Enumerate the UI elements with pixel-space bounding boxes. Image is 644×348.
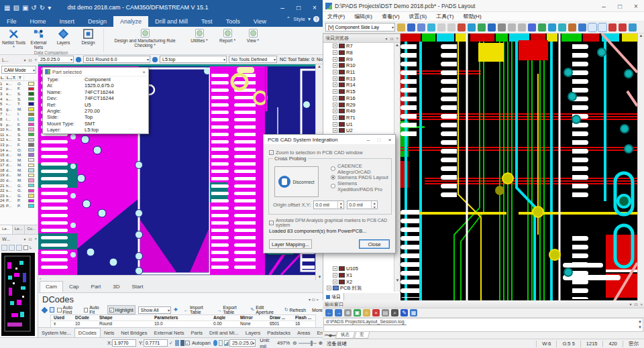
view-tab[interactable]: Part [85,281,107,292]
expand-icon[interactable] [333,266,337,271]
layer-row[interactable]: 7 i... I. [0,112,38,117]
expand-icon[interactable] [333,103,337,107]
world-zoom-icon[interactable] [1,245,7,251]
tree-item-component[interactable]: U2 [323,127,400,134]
dcode-area-icon[interactable] [50,307,55,312]
columns-icon[interactable]: ▦ [410,309,417,316]
layer-row[interactable]: 4 s... S. [0,97,38,102]
show-all-select[interactable]: Show All [138,306,171,314]
nc-tools-combo[interactable]: No Tools Defined [229,56,277,63]
layer-color-swatch[interactable] [28,204,34,208]
layer-color-swatch[interactable] [28,133,34,137]
layer-color-swatch[interactable] [28,158,34,162]
expand-icon[interactable] [333,44,337,48]
pin-icon[interactable]: ⊡ [27,237,33,241]
origin-x-spinner[interactable]: ▲▼ [313,200,344,209]
dropdown-icon[interactable]: ▾ [22,237,27,241]
view-tab[interactable]: Start [125,281,149,292]
dropdown-icon[interactable]: ▾ [22,58,27,62]
help-icon[interactable]: ? [313,16,319,22]
tree-item-component[interactable]: U105 [323,266,400,272]
dcodes-checkbox[interactable]: Auto Fit [84,305,104,314]
panel-tab[interactable]: Net Bridges [117,329,150,337]
pin-icon[interactable]: ⊡ [27,58,33,62]
spinner-arrows-icon[interactable]: ▲▼ [337,201,343,209]
snap-check-icon[interactable]: ✓ [169,340,173,346]
cam-titlebar[interactable]: ▦▧▣↺↻▾ dst demo 2018.cam - CAM350/DFMSTR… [0,0,323,15]
measure-tool-icon[interactable] [175,340,179,346]
pads-titlebar[interactable]: D:\PADS Projects\DST Demo 2018.pcb* - PA… [323,0,644,12]
y-coordinate-field[interactable] [144,339,168,347]
ribbon-tab[interactable]: Drill and Mill [148,16,195,27]
layer-color-swatch[interactable] [28,102,34,106]
tree-item-component[interactable]: U1 [323,121,400,127]
cad-system-radio[interactable]: CADENCE Allegro/OrCAD [331,164,391,173]
tree-item-component[interactable]: R71 [323,115,400,121]
pin-icon[interactable]: ⊡ [388,36,394,41]
layer-color-swatch[interactable] [28,148,34,152]
layer-row[interactable]: 16 d... M. [0,158,38,163]
layer-row[interactable]: 23 s... G. [0,193,38,198]
tree-item-component[interactable]: R14 [323,82,400,89]
tree-item-component[interactable]: X1 [323,272,400,279]
world-thumbnail[interactable] [1,253,35,336]
part-popup-titlebar[interactable]: Part selected × [43,68,148,76]
dropdown-icon[interactable]: ▾ [384,36,388,41]
origin-icon[interactable] [213,340,217,346]
expand-icon[interactable] [333,96,337,101]
zoom-slider[interactable] [299,343,316,344]
minimize-icon[interactable] [274,0,290,15]
layer-row[interactable]: 1 e... O. [0,81,38,86]
tree-item-component[interactable]: R49 [323,108,400,115]
panel-tab[interactable]: External Nets [150,329,187,337]
delete-icon[interactable]: × [372,309,380,316]
close-icon[interactable]: × [33,58,38,62]
globe-icon[interactable] [578,23,586,32]
cam-canvas-hscrollbar[interactable]: ‹ [38,275,315,280]
collapse-ribbon-icon[interactable]: ⌃ [286,16,290,22]
home-icon[interactable]: ⌂ [363,309,370,316]
panel-tab[interactable]: DCodes [74,328,101,337]
layer-color-swatch[interactable] [28,123,34,127]
origin-y-field[interactable] [347,202,370,207]
layers-panel-tab[interactable]: La... [13,225,25,234]
expand-icon[interactable] [333,109,337,113]
expand-icon[interactable] [333,82,337,87]
view-tab[interactable]: Cap [63,281,85,292]
ribbon-tab[interactable]: Analyze [113,16,148,27]
dcodes-action-button[interactable]: ← Import Table [184,305,213,314]
dcodes-action-button[interactable]: More [311,305,323,314]
close-icon[interactable]: × [394,36,400,40]
ribbon-small-button[interactable]: View * [241,27,265,54]
layer-color-swatch[interactable] [28,153,34,157]
output-tab[interactable]: 状态 [335,332,355,339]
layer-row[interactable]: 10 h... B. [0,127,38,132]
layer-color-swatch[interactable] [28,143,34,147]
maximize-icon[interactable] [612,0,628,12]
layer-row[interactable]: 21 h... G. [0,183,38,188]
panel-tab[interactable]: Padstacks [264,329,294,337]
layer-row[interactable]: 11 s... S. [0,132,38,137]
external-nets-button[interactable]: External Nets [26,27,51,50]
view-tab[interactable]: 3D [107,281,125,292]
pads-canvas[interactable] [400,34,637,302]
ribbon-small-button[interactable]: Utilities * [184,27,214,54]
annotate-markers-checkbox[interactable] [269,221,274,225]
layers-panel-tab[interactable]: La... [0,225,13,234]
panel-tab[interactable]: System Me... [38,329,74,337]
back-icon[interactable]: ← [325,309,333,316]
pin-icon[interactable]: ⊡ [633,302,639,306]
close-button[interactable]: Close [359,239,390,249]
layer-color-swatch[interactable] [28,199,34,203]
expand-icon[interactable] [333,76,337,81]
close-icon[interactable]: × [639,302,644,306]
find-icon[interactable]: ⌕ [391,309,398,316]
layer-color-swatch[interactable] [28,87,34,91]
ribbon-tab[interactable]: Test [195,16,219,27]
diagonal-icon[interactable] [224,340,229,346]
disabled-icon-2[interactable] [447,23,455,32]
dcodes-action-button[interactable]: ✚ [174,305,179,314]
tree-item-component[interactable]: X2 [323,278,400,285]
layer-select[interactable]: [V] Component Side Lay [325,23,395,32]
dcodes-panel-buttons[interactable]: ▾ ⊡ × [309,297,319,302]
